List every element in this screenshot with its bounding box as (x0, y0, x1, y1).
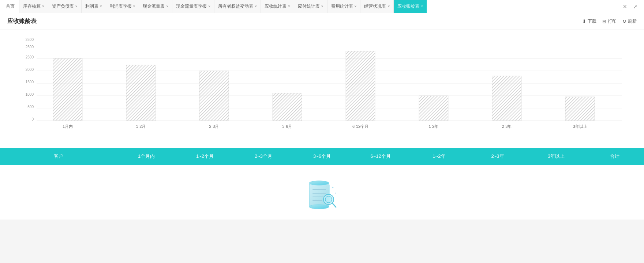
col-1month: 1个月内 (117, 148, 176, 165)
svg-point-2 (309, 181, 329, 185)
bar-1-2year (419, 96, 448, 121)
y-label-1000: 1000 (26, 92, 34, 96)
col-2-3month: 2~3个月 (234, 148, 293, 165)
chart-area: 0 500 1000 1500 2000 2500 2500 2500 (0, 30, 644, 148)
tab-ar-stats-close[interactable]: × (288, 4, 290, 8)
tab-expense-stats-close[interactable]: × (355, 4, 357, 8)
tab-home[interactable]: 首页 (1, 0, 19, 13)
x-label-1-2year: 1-2年 (429, 124, 439, 129)
tab-inventory-label: 库存核算 (23, 3, 41, 9)
y-label-1500: 1500 (26, 80, 34, 84)
svg-point-3 (309, 205, 329, 209)
tab-ap-stats[interactable]: 应付统计表 × (294, 0, 327, 13)
bar-chart: 0 500 1000 1500 2000 2500 2500 2500 (15, 37, 629, 140)
tab-home-label: 首页 (6, 3, 15, 9)
download-button[interactable]: ⬇ 下载 (582, 18, 596, 24)
col-total: 合计 (585, 148, 644, 165)
tab-cashflow-quarterly[interactable]: 现金流量表季报 × (172, 0, 214, 13)
refresh-label: 刷新 (628, 18, 637, 24)
x-label-3year-plus: 3年以上 (573, 124, 587, 129)
page-actions: ⬇ 下载 ⊟ 打印 ↻ 刷新 (582, 18, 637, 24)
tab-bar-actions: ✕ ⤢ (618, 2, 643, 11)
chart-container: 0 500 1000 1500 2000 2500 2500 2500 (15, 37, 629, 141)
tab-equity-close[interactable]: × (255, 4, 257, 8)
print-button[interactable]: ⊟ 打印 (602, 18, 617, 24)
tab-profit-label: 利润表 (85, 3, 98, 9)
tab-profit-quarterly[interactable]: 利润表季报 × (106, 0, 139, 13)
y-label-500: 500 (27, 105, 34, 109)
tab-cashflow-quarterly-label: 现金流量表季报 (176, 3, 207, 9)
table-header: 客户 1个月内 1~2个月 2~3个月 3~6个月 6~12个月 1~2年 2~… (0, 148, 644, 165)
print-label: 打印 (608, 18, 617, 24)
tab-operations-label: 经营状况表 (364, 3, 386, 9)
y-label-0: 0 (31, 117, 34, 121)
tab-ar-stats[interactable]: 应收统计表 × (261, 0, 294, 13)
tab-ar-aging-close[interactable]: × (421, 4, 423, 8)
tab-ar-stats-label: 应收统计表 (265, 3, 287, 9)
tab-cashflow-label: 现金流量表 (143, 3, 165, 9)
tab-cashflow[interactable]: 现金流量表 × (139, 0, 172, 13)
tab-cashflow-quarterly-close[interactable]: × (208, 4, 210, 8)
bar-2-3year (492, 76, 521, 121)
y-label-2500a: 2500 (26, 55, 34, 59)
tab-balance-close[interactable]: × (75, 4, 78, 8)
svg-text:✦: ✦ (334, 192, 336, 194)
main-content: 0 500 1000 1500 2000 2500 2500 2500 (0, 30, 644, 220)
bar-2-3month (199, 71, 229, 121)
tab-equity-label: 所有者权益变动表 (218, 3, 253, 9)
tab-operations[interactable]: 经营状况表 × (360, 0, 394, 13)
x-label-1month: 1月内 (63, 124, 73, 129)
x-label-1-2month: 1-2月 (136, 124, 146, 129)
tab-ap-stats-label: 应付统计表 (298, 3, 320, 9)
tab-ar-aging-label: 应收账龄表 (397, 3, 419, 9)
bar-6-12month (346, 51, 375, 121)
bar-1month (53, 58, 82, 121)
y-label-2500b: 2500 (26, 45, 34, 49)
page-header: 应收账龄表 ⬇ 下载 ⊟ 打印 ↻ 刷新 (0, 13, 644, 30)
empty-state: ✦ ✦ (0, 165, 644, 220)
x-label-3-6month: 3-6月 (282, 124, 292, 129)
empty-state-icon: ✦ ✦ (304, 179, 340, 212)
tab-ar-aging[interactable]: 应收账龄表 × (394, 0, 427, 13)
tab-inventory[interactable]: 库存核算 × (19, 0, 48, 13)
tab-profit-quarterly-label: 利润表季报 (110, 3, 132, 9)
tab-operations-close[interactable]: × (387, 4, 390, 8)
tab-profit-close[interactable]: × (100, 4, 102, 8)
svg-text:✦: ✦ (332, 186, 334, 189)
tab-expense-stats[interactable]: 费用统计表 × (327, 0, 361, 13)
col-3-6month: 3~6个月 (293, 148, 351, 165)
col-2-3year: 2~3年 (468, 148, 527, 165)
tab-profit[interactable]: 利润表 × (82, 0, 106, 13)
x-label-2-3month: 2-3月 (209, 124, 219, 129)
download-label: 下载 (588, 18, 596, 24)
x-label-6-12month: 6-12个月 (352, 124, 368, 129)
y-label-2000: 2000 (26, 68, 34, 72)
svg-point-9 (325, 196, 332, 203)
bar-3-6month (273, 93, 302, 121)
bar-1-2month (126, 65, 156, 121)
col-1-2year: 1~2年 (410, 148, 468, 165)
tab-balance[interactable]: 资产负债表 × (48, 0, 82, 13)
col-customer: 客户 (0, 148, 117, 165)
bar-3year-plus (565, 97, 595, 121)
col-6-12month: 6~12个月 (351, 148, 410, 165)
tab-ap-stats-close[interactable]: × (321, 4, 323, 8)
tab-expense-stats-label: 费用统计表 (331, 3, 353, 9)
page-title: 应收账龄表 (7, 18, 37, 25)
y-label-2500c: 2500 (26, 38, 34, 42)
tab-bar: 首页 库存核算 × 资产负债表 × 利润表 × 利润表季报 × 现金流量表 × … (0, 0, 644, 13)
print-icon: ⊟ (602, 19, 606, 24)
refresh-button[interactable]: ↻ 刷新 (622, 18, 637, 24)
col-1-2month: 1~2个月 (176, 148, 234, 165)
svg-line-10 (332, 203, 336, 207)
window-close-icon[interactable]: ✕ (621, 2, 629, 11)
window-maximize-icon[interactable]: ⤢ (631, 2, 640, 11)
tab-cashflow-close[interactable]: × (166, 4, 168, 8)
tab-balance-label: 资产负债表 (52, 3, 74, 9)
tab-equity[interactable]: 所有者权益变动表 × (214, 0, 261, 13)
tab-profit-quarterly-close[interactable]: × (133, 4, 135, 8)
col-3year-plus: 3年以上 (527, 148, 585, 165)
download-icon: ⬇ (582, 19, 586, 24)
tab-inventory-close[interactable]: × (42, 4, 44, 8)
x-label-2-3year: 2-3年 (502, 124, 512, 129)
